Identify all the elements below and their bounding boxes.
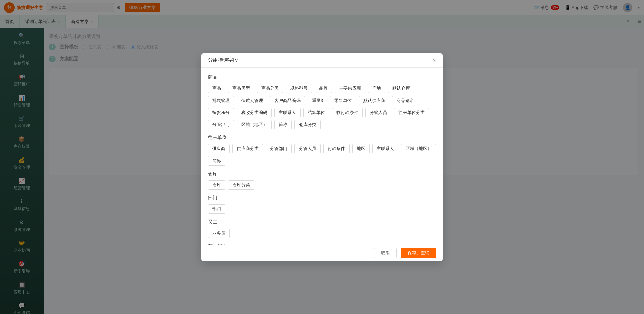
field-chip[interactable]: 主联系人 [372,144,398,153]
confirm-btn[interactable]: 保存并查询 [401,248,436,258]
department-chips: 部门 [208,204,436,214]
field-chip[interactable]: 收付款条件 [332,108,363,117]
goods-chips: 商品商品类型商品分类规格型号品牌主要供应商产地默认仓库批次管理保质期管理客户商品… [208,84,436,129]
field-chip[interactable]: 重量3 [308,96,327,105]
field-chip[interactable]: 往来单位分类 [394,108,429,117]
field-chip[interactable]: 品牌 [315,84,332,93]
field-chip[interactable]: 分管部门 [208,120,234,129]
warehouse-chips: 仓库仓库分类 [208,180,436,190]
field-chip[interactable]: 零售单位 [330,96,356,105]
field-chip[interactable]: 区域（地区） [401,144,436,153]
field-chip[interactable]: 业务员 [208,229,230,238]
modal-title: 分组待选字段 [208,57,238,63]
field-chip[interactable]: 税收分类编码 [237,108,272,117]
field-chip[interactable]: 产地 [368,84,385,93]
field-chip[interactable]: 供应商 [208,144,230,153]
field-chip[interactable]: 结算单位 [303,108,329,117]
field-chip[interactable]: 客户商品编码 [270,96,305,105]
staff-chips: 业务员 [208,229,436,238]
field-chip[interactable]: 保质期管理 [237,96,267,105]
section-title-department: 部门 [208,195,436,201]
field-chip[interactable]: 分管部门 [266,144,292,153]
field-chip[interactable]: 付款条件 [323,144,350,153]
field-chip[interactable]: 商品类型 [228,84,254,93]
field-chip[interactable]: 简称 [274,120,292,129]
modal-footer: 取消 保存并查询 [201,245,443,261]
field-chip[interactable]: 简称 [208,156,225,166]
field-chip[interactable]: 默认仓库 [388,84,414,93]
section-title-counterpart: 往来单位 [208,135,436,141]
field-chip[interactable]: 仓库 [208,180,225,190]
section-title-goods: 商品 [208,74,436,80]
field-chip[interactable]: 商品 [208,84,225,93]
cancel-btn[interactable]: 取消 [374,248,397,258]
field-chip[interactable]: 商品分类 [257,84,283,93]
field-chip[interactable]: 地区 [352,144,370,153]
field-chip[interactable]: 分管人员 [294,144,321,153]
field-chip[interactable]: 默认供应商 [359,96,389,105]
field-chip[interactable]: 规格型号 [286,84,312,93]
modal-body: 商品 商品商品类型商品分类规格型号品牌主要供应商产地默认仓库批次管理保质期管理客… [201,68,443,244]
field-chip[interactable]: 供应商分类 [232,144,263,153]
field-chip[interactable]: 区域（地区） [237,120,272,129]
field-chip[interactable]: 批次管理 [208,96,234,105]
modal-close-btn[interactable]: × [432,57,436,63]
modal-header: 分组待选字段 × [201,53,443,68]
field-chip[interactable]: 部门 [208,204,225,214]
field-chip[interactable]: 主要供应商 [335,84,365,93]
field-chip[interactable]: 拣货积分 [208,108,234,117]
field-chip[interactable]: 仓库分类 [294,120,321,129]
field-chip[interactable]: 分管人员 [365,108,391,117]
counterpart-chips: 供应商供应商分类分管部门分管人员付款条件地区主联系人区域（地区）简称 [208,144,436,166]
field-chip[interactable]: 主联系人 [274,108,301,117]
modal: 分组待选字段 × 商品 商品商品类型商品分类规格型号品牌主要供应商产地默认仓库批… [201,53,443,261]
field-chip[interactable]: 仓库分类 [228,180,254,190]
modal-overlay: 分组待选字段 × 商品 商品商品类型商品分类规格型号品牌主要供应商产地默认仓库批… [0,0,644,314]
field-chip[interactable]: 商品别名 [392,96,418,105]
section-title-warehouse: 仓库 [208,171,436,177]
section-title-staff: 员工 [208,219,436,225]
